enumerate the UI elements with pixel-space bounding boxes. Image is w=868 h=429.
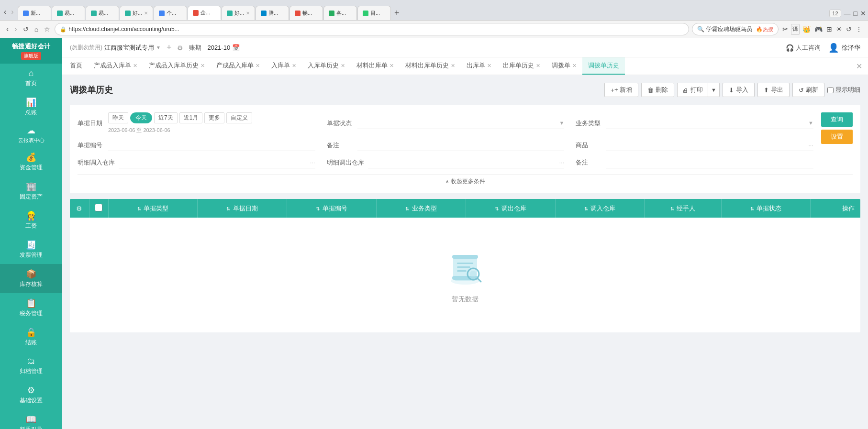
- tab-transfer-history[interactable]: 调拨单历史: [582, 57, 625, 75]
- translate-icon[interactable]: 译: [791, 24, 800, 35]
- period-value[interactable]: 2021-10 📅: [207, 44, 240, 51]
- note-input[interactable]: [606, 157, 813, 168]
- filter-settings-button[interactable]: 设置: [821, 130, 853, 144]
- tab-home[interactable]: 首页: [64, 57, 88, 75]
- sidebar-item-invoice[interactable]: 🧾 发票管理: [0, 235, 62, 264]
- browser-tab-3[interactable]: 易...: [86, 6, 119, 20]
- browser-tab-5[interactable]: 个...: [154, 6, 187, 20]
- print-button[interactable]: 🖨 打印: [678, 83, 708, 97]
- cut-icon[interactable]: ✂: [781, 24, 789, 34]
- display-detail-checkbox[interactable]: [827, 87, 834, 93]
- tab-close-product-in[interactable]: ✕: [133, 63, 137, 69]
- th-gear[interactable]: ⚙: [70, 199, 89, 218]
- extension-icon-2[interactable]: 🎮: [813, 24, 823, 34]
- import-button[interactable]: ⬇ 导入: [723, 83, 755, 97]
- sidebar-item-inventory[interactable]: 📦 库存核算: [0, 264, 62, 293]
- sidebar-item-home[interactable]: ⌂ 首页: [0, 64, 62, 92]
- tab-close-out-history[interactable]: ✕: [536, 63, 540, 69]
- tab-close-material-out-history[interactable]: ✕: [451, 63, 455, 69]
- tab-close-material-out[interactable]: ✕: [389, 63, 394, 69]
- th-status[interactable]: ⇅ 单据状态: [721, 199, 811, 218]
- manage-company-button[interactable]: ⚙: [177, 44, 183, 52]
- browser-tab-1[interactable]: 新...: [18, 6, 51, 20]
- biztype-select[interactable]: [606, 118, 808, 129]
- th-checkbox[interactable]: [89, 199, 108, 218]
- warehouse-out-input[interactable]: [368, 157, 559, 168]
- user-info[interactable]: 👤 徐泽华: [828, 43, 860, 53]
- tab-close-product-in-history[interactable]: ✕: [200, 63, 205, 69]
- sidebar-item-salary[interactable]: 👷 工资: [0, 206, 62, 235]
- browser-tab-4[interactable]: 好... ✕: [120, 6, 153, 20]
- status-select[interactable]: [357, 118, 559, 129]
- th-out-warehouse[interactable]: ⇅ 调出仓库: [466, 199, 555, 218]
- more-icon[interactable]: ⋮: [855, 24, 863, 34]
- th-biztype[interactable]: ⇅ 业务类型: [376, 199, 466, 218]
- tab-close-4[interactable]: ✕: [144, 11, 148, 16]
- browser-tab-8[interactable]: 腾...: [256, 6, 289, 20]
- forward-button[interactable]: ›: [9, 7, 15, 17]
- tab-transfer[interactable]: 调拨单 ✕: [546, 57, 582, 75]
- search-bar[interactable]: 🔍 学霸应聘场驱鸟员 🔥热搜: [692, 23, 779, 35]
- back-button[interactable]: ‹: [2, 7, 8, 17]
- date-1month-button[interactable]: 近1月: [179, 112, 203, 123]
- date-today-button[interactable]: 今天: [130, 112, 152, 123]
- th-date[interactable]: ⇅ 单据日期: [198, 199, 287, 218]
- new-tab-button[interactable]: +: [391, 8, 402, 18]
- tab-product-in[interactable]: 产成品入库单 ✕: [88, 57, 143, 75]
- tab-material-out-history[interactable]: 材料出库单历史 ✕: [400, 57, 461, 75]
- minimize-button[interactable]: —: [844, 10, 851, 17]
- sidebar-item-closing[interactable]: 🔒 结账: [0, 322, 62, 352]
- tab-close-out-order[interactable]: ✕: [487, 63, 491, 69]
- tab-out-order[interactable]: 出库单 ✕: [461, 57, 497, 75]
- bookmark-button[interactable]: ☆: [43, 24, 52, 34]
- close-window-button[interactable]: ✕: [860, 10, 866, 17]
- date-custom-button[interactable]: 自定义: [226, 112, 252, 123]
- add-company-button[interactable]: +: [167, 43, 172, 53]
- goods-input[interactable]: [606, 140, 808, 151]
- sidebar-item-capital[interactable]: 💰 资金管理: [0, 147, 62, 176]
- browser-tab-6[interactable]: 企...: [188, 6, 221, 20]
- forward-nav-button[interactable]: ›: [13, 23, 18, 35]
- tab-in-order[interactable]: 入库单 ✕: [266, 57, 302, 75]
- warehouse-out-more-icon[interactable]: ···: [559, 159, 564, 166]
- support-button[interactable]: 🎧 人工咨询: [786, 44, 821, 52]
- browser-tab-7[interactable]: 好... ✕: [222, 6, 255, 20]
- home-nav-button[interactable]: ⌂: [33, 24, 40, 34]
- back-nav-button[interactable]: ‹: [5, 23, 10, 35]
- tab-product-in2[interactable]: 产成品入库单 ✕: [211, 57, 266, 75]
- grid-icon[interactable]: ⊞: [825, 24, 833, 34]
- delete-button[interactable]: 🗑 删除: [641, 83, 674, 97]
- display-detail-label[interactable]: 显示明细: [827, 86, 860, 94]
- sidebar-item-fixed-assets[interactable]: 🏢 固定资产: [0, 176, 62, 206]
- browser-tab-9[interactable]: 畅...: [289, 6, 323, 20]
- date-more-button[interactable]: 更多: [204, 112, 224, 123]
- gear-icon[interactable]: ⚙: [76, 205, 82, 212]
- th-no[interactable]: ⇅ 单据编号: [287, 199, 377, 218]
- export-button[interactable]: ⬆ 导出: [757, 83, 790, 97]
- tab-close-7[interactable]: ✕: [246, 11, 250, 16]
- warehouse-in-input[interactable]: [119, 157, 310, 168]
- sidebar-item-tax[interactable]: 📋 税务管理: [0, 293, 62, 322]
- goods-more-icon[interactable]: ···: [808, 142, 813, 149]
- extension-icon-1[interactable]: 👑: [801, 24, 812, 34]
- tab-in-history[interactable]: 入库单历史 ✕: [302, 57, 351, 75]
- browser-tab-2[interactable]: 易...: [52, 6, 85, 20]
- tab-close-product-in2[interactable]: ✕: [256, 63, 260, 69]
- sidebar-item-general-ledger[interactable]: 📊 总账: [0, 92, 62, 121]
- select-all-checkbox[interactable]: [95, 204, 102, 211]
- company-selector[interactable]: (勿删勿禁用) 江西服宝测试专用 ▼: [70, 44, 161, 52]
- warehouse-in-more-icon[interactable]: ···: [310, 159, 315, 166]
- remark-input[interactable]: [357, 140, 565, 151]
- tab-close-in-order[interactable]: ✕: [292, 63, 296, 69]
- print-dropdown-button[interactable]: ▼: [708, 85, 719, 95]
- collapse-button[interactable]: ∧ 收起更多条件: [445, 177, 485, 186]
- browser-tab-11[interactable]: 目...: [357, 6, 391, 20]
- th-in-warehouse[interactable]: ⇅ 调入仓库: [555, 199, 645, 218]
- sidebar-item-settings[interactable]: ⚙ 基础设置: [0, 380, 62, 409]
- close-all-tabs[interactable]: ✕: [852, 60, 866, 73]
- browser-tab-10[interactable]: 各...: [323, 6, 357, 20]
- history-icon[interactable]: ↺: [845, 24, 853, 34]
- sidebar-item-guide[interactable]: 📖 新手引导: [0, 409, 62, 429]
- order-no-input[interactable]: [108, 140, 315, 151]
- th-handler[interactable]: ⇅ 经手人: [645, 199, 721, 218]
